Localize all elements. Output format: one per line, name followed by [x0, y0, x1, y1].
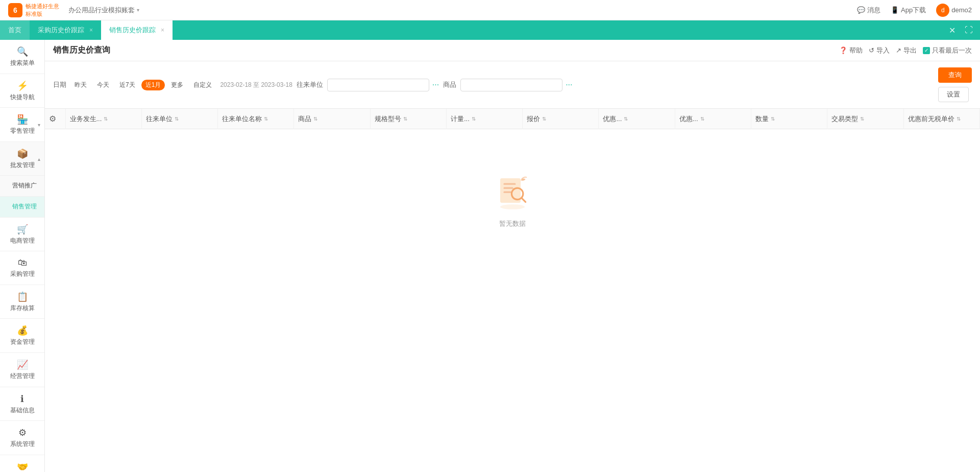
top-header: 6 畅捷通好生意 标准版 办公用品行业模拟账套 ▾ 💬 消息 📱 App下载 d…: [0, 0, 980, 20]
sort-icon: ⇅: [860, 116, 864, 122]
partner-dots-icon[interactable]: ···: [432, 80, 439, 89]
col-qty[interactable]: 数量⇅: [751, 109, 827, 129]
partner-label: 往来单位: [297, 80, 323, 89]
tab-home[interactable]: 首页: [0, 20, 30, 40]
col-goods[interactable]: 商品⇅: [294, 109, 370, 129]
wholesale-icon: 📦: [17, 148, 28, 159]
export-button[interactable]: ↗ 导出: [896, 46, 917, 55]
col-partner-name[interactable]: 往来单位名称⇅: [218, 109, 294, 129]
basic-icon: ℹ: [20, 393, 24, 405]
date-btn-7days[interactable]: 近7天: [115, 80, 139, 90]
goods-dots-icon[interactable]: ···: [566, 80, 572, 89]
goods-input-group: ···: [460, 79, 572, 91]
filter-area: 日期 昨天 今天 近7天 近1月 更多 自定义 2023-02-18 至 202…: [45, 61, 980, 109]
goods-input[interactable]: [460, 79, 562, 91]
close-sales-tab-icon[interactable]: ×: [161, 27, 164, 34]
sidebar-item-ecommerce[interactable]: 🛒 电商管理: [0, 218, 44, 252]
inventory-icon: 📋: [17, 291, 28, 302]
date-btn-yesterday[interactable]: 昨天: [70, 80, 91, 90]
sort-icon: ⇅: [771, 116, 775, 122]
svg-rect-3: [503, 187, 513, 189]
date-range-display: 2023-02-18 至 2023-03-18: [220, 81, 292, 89]
user-menu-button[interactable]: d demo2: [936, 4, 972, 17]
svg-line-6: [522, 198, 526, 202]
sidebar-item-retail[interactable]: 🏪 零售管理 ▾: [0, 108, 44, 142]
system-icon: ⚙: [18, 427, 27, 438]
sidebar-item-basic[interactable]: ℹ 基础信息: [0, 387, 44, 421]
content-wrapper: 销售历史价查询 ❓ 帮助 ↺ 导入 ↗ 导出 ✓: [45, 40, 980, 472]
avatar: d: [936, 4, 949, 17]
sidebar-item-quicknav[interactable]: ⚡ 快捷导航: [0, 74, 44, 108]
main-layout: 🔍 搜索菜单 ⚡ 快捷导航 🏪 零售管理 ▾ 📦 批发管理 ▴ 营销推广 销售管…: [0, 40, 980, 472]
sort-icon: ⇅: [700, 116, 704, 122]
sidebar-item-marketing[interactable]: 营销推广: [0, 176, 44, 197]
sidebar-item-inventory[interactable]: 📋 库存核算: [0, 285, 44, 319]
close-purchase-tab-icon[interactable]: ×: [89, 27, 93, 34]
enterprise-icon: 🤝: [17, 461, 28, 472]
date-btn-1month[interactable]: 近1月: [141, 80, 165, 90]
sidebar-item-finance[interactable]: 💰 资金管理: [0, 319, 44, 353]
export-icon: ↗: [896, 46, 901, 54]
sidebar-item-search[interactable]: 🔍 搜索菜单: [0, 40, 44, 74]
sidebar-item-sales-mgmt[interactable]: 销售管理: [0, 197, 44, 218]
tab-bar: 首页 采购历史价跟踪 × 销售历史价跟踪 × ✕ ⛶: [0, 20, 980, 40]
import-button[interactable]: ↺ 导入: [869, 46, 890, 55]
table-container: ⚙ 业务发生...⇅ 往来单位⇅ 往来单位名称⇅: [45, 109, 980, 472]
sidebar-item-operations[interactable]: 📈 经营管理: [0, 353, 44, 387]
col-pretax-price[interactable]: 优惠前无税单价⇅: [903, 109, 979, 129]
date-btn-today[interactable]: 今天: [93, 80, 113, 90]
partner-input-group: ···: [327, 79, 439, 91]
search-icon: 🔍: [17, 46, 28, 57]
chevron-down-icon: ▾: [137, 7, 139, 13]
help-button[interactable]: ❓ 帮助: [839, 46, 863, 55]
download-icon: 📱: [891, 6, 899, 14]
col-discount2[interactable]: 优惠...⇅: [675, 109, 751, 129]
date-btn-custom[interactable]: 自定义: [189, 80, 216, 90]
logo-text: 畅捷通好生意 标准版: [26, 3, 59, 17]
logo-area: 6 畅捷通好生意 标准版: [8, 3, 59, 17]
content-area: 销售历史价查询 ❓ 帮助 ↺ 导入 ↗ 导出 ✓: [45, 40, 980, 472]
col-trade-type[interactable]: 交易类型⇅: [827, 109, 903, 129]
quicknav-icon: ⚡: [17, 80, 28, 91]
finance-icon: 💰: [17, 325, 28, 336]
page-title-actions: ❓ 帮助 ↺ 导入 ↗ 导出 ✓ 只看最后一次: [839, 46, 972, 55]
tab-purchase-history[interactable]: 采购历史价跟踪 ×: [30, 20, 101, 40]
sidebar-item-enterprise[interactable]: 🤝 企业协同: [0, 455, 44, 472]
query-button[interactable]: 查询: [938, 67, 972, 83]
settings-button[interactable]: 设置: [938, 87, 969, 102]
svg-rect-2: [503, 183, 516, 185]
sidebar-item-system[interactable]: ⚙ 系统管理: [0, 421, 44, 455]
col-unit[interactable]: 计量...⇅: [446, 109, 522, 129]
sidebar-item-purchase[interactable]: 🛍 采购管理: [0, 251, 44, 285]
col-price[interactable]: 报价⇅: [523, 109, 599, 129]
operations-icon: 📈: [17, 359, 28, 370]
svg-point-0: [500, 204, 525, 209]
chevron-down-icon: ▾: [38, 122, 40, 127]
table-header-row: ⚙ 业务发生...⇅ 往来单位⇅ 往来单位名称⇅: [45, 109, 980, 129]
window-close-icon[interactable]: ✕: [947, 23, 958, 37]
sort-icon: ⇅: [313, 116, 317, 122]
empty-text: 暂无数据: [499, 219, 526, 228]
sidebar-item-wholesale[interactable]: 📦 批发管理 ▴: [0, 142, 44, 176]
col-partner-code[interactable]: 往来单位⇅: [141, 109, 217, 129]
col-biz-date[interactable]: 业务发生...⇅: [65, 109, 141, 129]
col-discount1[interactable]: 优惠...⇅: [599, 109, 675, 129]
empty-state: 暂无数据: [45, 129, 980, 269]
sidebar: 🔍 搜索菜单 ⚡ 快捷导航 🏪 零售管理 ▾ 📦 批发管理 ▴ 营销推广 销售管…: [0, 40, 45, 472]
header-left: 6 畅捷通好生意 标准版 办公用品行业模拟账套 ▾: [8, 3, 143, 17]
partner-input[interactable]: [327, 79, 429, 91]
col-spec[interactable]: 规格型号⇅: [370, 109, 446, 129]
purchase-icon: 🛍: [18, 257, 27, 268]
app-download-button[interactable]: 📱 App下载: [891, 6, 926, 15]
message-button[interactable]: 💬 消息: [857, 6, 880, 15]
svg-rect-4: [503, 192, 511, 193]
tab-sales-history[interactable]: 销售历史价跟踪 ×: [101, 20, 173, 40]
import-icon: ↺: [869, 46, 874, 54]
app-selector[interactable]: 办公用品行业模拟账套 ▾: [64, 4, 143, 17]
window-maximize-icon[interactable]: ⛶: [963, 23, 975, 37]
page-title-bar: 销售历史价查询 ❓ 帮助 ↺ 导入 ↗ 导出 ✓: [45, 40, 980, 61]
date-btn-more[interactable]: 更多: [167, 80, 187, 90]
only-last-checkbox[interactable]: ✓ 只看最后一次: [923, 46, 972, 55]
gear-icon[interactable]: ⚙: [49, 114, 56, 123]
sidebar-sub-wholesale: 营销推广 销售管理: [0, 176, 44, 217]
